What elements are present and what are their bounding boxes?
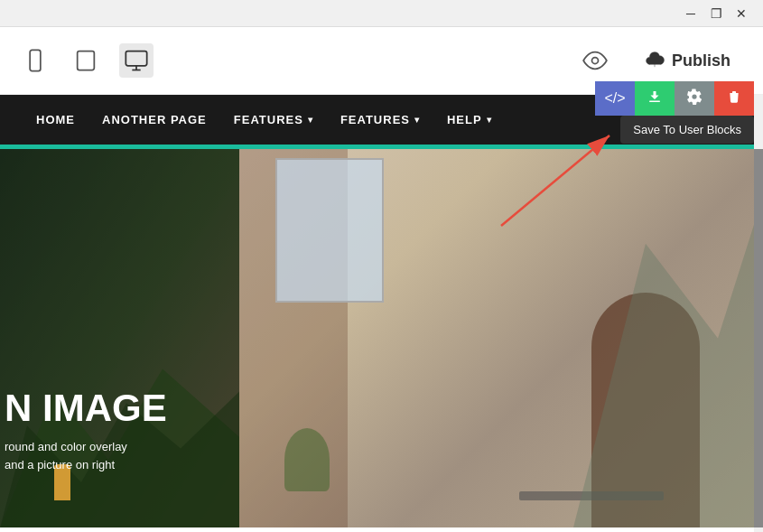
- nav-features-1-label: FEATURES: [234, 113, 303, 126]
- svg-line-10: [501, 135, 609, 226]
- nav-home-label: HOME: [36, 113, 75, 126]
- delete-button[interactable]: [714, 81, 754, 116]
- svg-marker-13: [573, 225, 754, 527]
- hero-subtitle-line1: round and color overlay: [5, 438, 167, 456]
- device-selector: [18, 43, 154, 78]
- svg-point-7: [591, 58, 598, 64]
- download-button[interactable]: [635, 81, 675, 116]
- hero-subtitle: round and color overlay and a picture on…: [5, 438, 167, 473]
- nav-features-1-arrow: ▾: [308, 115, 313, 125]
- close-button[interactable]: ✕: [729, 1, 754, 26]
- preview-button[interactable]: [578, 43, 612, 78]
- title-bar: ─ ❐ ✕: [0, 0, 763, 27]
- publish-label: Publish: [672, 51, 730, 70]
- cloud-upload-icon: [645, 49, 665, 73]
- hero-title: N IMAGE: [5, 389, 167, 427]
- nav-home[interactable]: HOME: [36, 113, 75, 126]
- svg-rect-8: [649, 101, 660, 103]
- nav-help-label: HELP: [447, 113, 482, 126]
- office-window: [275, 158, 384, 303]
- tooltip-text: Save To User Blocks: [633, 123, 741, 136]
- hero-section: N IMAGE round and color overlay and a pi…: [0, 149, 763, 527]
- arrow-indicator: [483, 117, 646, 238]
- desktop-view-button[interactable]: [119, 43, 154, 78]
- nav-another-page-label: another page: [102, 113, 207, 126]
- publish-button[interactable]: Publish: [630, 42, 745, 80]
- svg-rect-0: [30, 50, 41, 70]
- nav-features-1[interactable]: FEATURES ▾: [234, 113, 313, 126]
- action-buttons-container: </>: [595, 81, 754, 116]
- svg-rect-4: [126, 51, 146, 66]
- code-icon: </>: [604, 90, 625, 107]
- plant: [284, 428, 330, 491]
- settings-button[interactable]: [675, 81, 714, 116]
- hero-text-overlay: N IMAGE round and color overlay and a pi…: [5, 389, 167, 473]
- nav-features-2[interactable]: FEATURES ▾: [340, 113, 420, 126]
- settings-icon: [686, 89, 703, 108]
- delete-icon: [727, 89, 741, 108]
- nav-features-2-arrow: ▾: [414, 115, 420, 125]
- svg-rect-2: [78, 51, 95, 70]
- minimize-button[interactable]: ─: [678, 1, 703, 26]
- download-icon: [647, 89, 663, 108]
- tablet-view-button[interactable]: [69, 43, 103, 78]
- hero-subtitle-line2: and a picture on right: [5, 456, 167, 474]
- code-button[interactable]: </>: [595, 81, 635, 116]
- toolbar-right: Publish: [578, 42, 745, 80]
- maximize-button[interactable]: ❐: [703, 1, 729, 26]
- nav-another-page[interactable]: another page: [102, 113, 207, 126]
- mobile-view-button[interactable]: [18, 43, 52, 78]
- nav-features-2-label: FEATURES: [340, 113, 410, 126]
